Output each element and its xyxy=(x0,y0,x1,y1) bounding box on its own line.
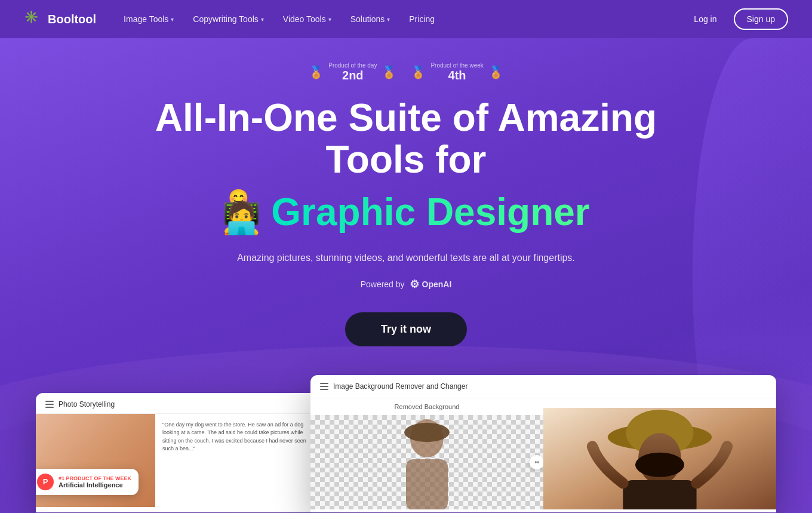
chevron-down-icon: ▾ xyxy=(171,16,174,23)
card-header-left: Photo Storytelling xyxy=(36,393,322,414)
logo-text: Booltool xyxy=(48,13,96,26)
award-day: 🏅 Product of the day 2nd 🏅 xyxy=(309,62,396,82)
nav-links: Image Tools ▾ Copywriting Tools ▾ Video … xyxy=(115,10,443,29)
laurel-right-2-icon: 🏅 xyxy=(488,65,503,79)
person-silhouette xyxy=(310,415,543,509)
nav-left: ✳️ Booltool Image Tools ▾ Copywriting To… xyxy=(24,10,443,29)
powered-by-label: Powered by xyxy=(361,279,405,289)
awards-row: 🏅 Product of the day 2nd 🏅 🏅 Product of … xyxy=(309,62,503,82)
nav-right: Log in Sign up xyxy=(684,8,788,30)
chevron-down-icon: ▾ xyxy=(387,16,390,23)
divider-handle[interactable]: ⇔ xyxy=(530,455,543,469)
logo[interactable]: ✳️ Booltool xyxy=(24,10,96,29)
hamburger-icon-right[interactable] xyxy=(320,383,328,390)
original-photo xyxy=(543,408,776,509)
removed-bg-label: Removed Background xyxy=(310,398,543,415)
award-day-label: Product of the day xyxy=(328,62,377,69)
openai-brand: OpenAI xyxy=(422,279,452,289)
award-week-rank: 4th xyxy=(448,69,466,82)
card-title-left: Photo Storytelling xyxy=(59,400,115,408)
nav-item-solutions[interactable]: Solutions ▾ xyxy=(342,10,399,29)
hero-section: 🏅 Product of the day 2nd 🏅 🏅 Product of … xyxy=(0,38,812,513)
nav-item-copywriting-tools[interactable]: Copywriting Tools ▾ xyxy=(184,10,272,29)
nav-item-pricing[interactable]: Pricing xyxy=(401,10,443,29)
login-button[interactable]: Log in xyxy=(684,10,726,29)
navbar: ✳️ Booltool Image Tools ▾ Copywriting To… xyxy=(0,0,812,38)
svg-rect-7 xyxy=(623,480,696,509)
bg-remover-header: Image Background Remover and Changer xyxy=(310,375,776,398)
role-text: Graphic Designer xyxy=(271,190,590,234)
background-remover-card: Image Background Remover and Changer Rem… xyxy=(310,375,776,512)
bg-remover-content: Removed Background ⇔ xyxy=(310,398,776,509)
original-bg-label xyxy=(543,398,776,408)
card-text-content: "One day my dog went to the store. He sa… xyxy=(162,421,315,453)
emoji-main-icon: 🧑‍💻 xyxy=(222,200,261,236)
openai-logo: ⚙ OpenAI xyxy=(410,278,452,291)
nav-item-image-tools[interactable]: Image Tools ▾ xyxy=(115,10,182,29)
removed-bg-section: Removed Background ⇔ xyxy=(310,398,543,509)
original-bg-image xyxy=(543,408,776,509)
product-badge-top-text: #1 PRODUCT OF THE WEEK xyxy=(59,475,131,481)
svg-point-8 xyxy=(635,453,684,477)
laurel-left-2-icon: 🏅 xyxy=(411,65,426,79)
original-bg-section xyxy=(543,398,776,509)
photo-storytelling-card: Photo Storytelling P #1 PRODUCT OF THE W… xyxy=(36,393,322,512)
card-content-left: P #1 PRODUCT OF THE WEEK Artificial Inte… xyxy=(36,414,322,507)
award-day-rank: 2nd xyxy=(342,69,364,82)
award-week: 🏅 Product of the week 4th 🏅 xyxy=(411,62,503,82)
try-it-now-button[interactable]: Try it now xyxy=(345,312,467,346)
role-emoji: 😊 🧑‍💻 xyxy=(222,188,264,236)
award-week-label: Product of the week xyxy=(430,62,483,69)
role-row: 😊 🧑‍💻 Graphic Designer xyxy=(222,188,590,236)
powered-by-badge: Powered by ⚙ OpenAI xyxy=(361,278,452,291)
chevron-down-icon: ▾ xyxy=(261,16,264,23)
product-badge-bottom-text: Artificial Intelligence xyxy=(59,481,131,489)
preview-cards: Photo Storytelling P #1 PRODUCT OF THE W… xyxy=(0,375,812,512)
logo-icon: ✳️ xyxy=(24,10,43,29)
hero-headline: All-In-One Suite of Amazing Tools for xyxy=(137,97,675,181)
card-text-area: "One day my dog went to the store. He sa… xyxy=(155,414,322,507)
svg-rect-1 xyxy=(406,459,448,509)
hero-subtitle: Amazing pictures, stunning videos, and w… xyxy=(237,253,575,263)
product-badge-icon: P xyxy=(37,474,54,490)
card-image-area: P #1 PRODUCT OF THE WEEK Artificial Inte… xyxy=(36,414,155,507)
chevron-down-icon: ▾ xyxy=(328,16,331,23)
nav-item-video-tools[interactable]: Video Tools ▾ xyxy=(275,10,340,29)
laurel-left-icon: 🏅 xyxy=(309,65,324,79)
laurel-right-icon: 🏅 xyxy=(382,65,396,79)
product-badge: P #1 PRODUCT OF THE WEEK Artificial Inte… xyxy=(36,469,139,495)
bg-remover-title: Image Background Remover and Changer xyxy=(333,382,467,391)
removed-bg-image: ⇔ xyxy=(310,415,543,509)
hamburger-icon[interactable] xyxy=(45,401,54,408)
svg-point-2 xyxy=(404,423,450,442)
openai-icon: ⚙ xyxy=(410,278,419,291)
signup-button[interactable]: Sign up xyxy=(734,8,788,30)
